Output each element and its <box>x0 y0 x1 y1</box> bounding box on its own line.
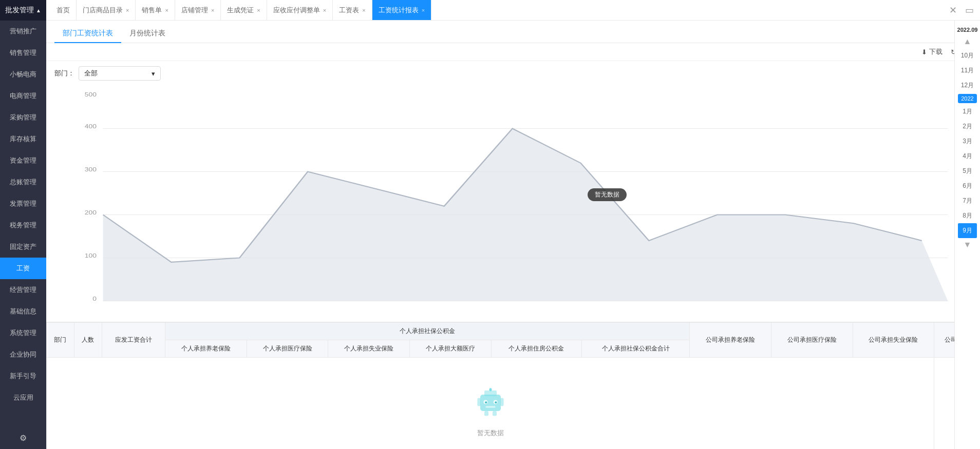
col-personal-total: 个人承担社保公积金合计 <box>581 340 690 358</box>
sidebar-item-固定资产[interactable]: 固定资产 <box>0 236 46 258</box>
sidebar-item-基础信息[interactable]: 基础信息 <box>0 301 46 322</box>
tab-close-icon[interactable]: × <box>422 7 425 13</box>
tab-close-icon[interactable]: × <box>211 7 214 13</box>
col-company-unemployment: 公司承担失业保险 <box>853 323 934 358</box>
filter-bar: 部门： 全部 ▾ <box>46 61 980 86</box>
tab-close-icon[interactable]: × <box>165 7 168 13</box>
tab-label: 门店商品目录 <box>83 6 123 15</box>
sidebar-item-库存核算[interactable]: 库存核算 <box>0 128 46 150</box>
sidebar-item-总账管理[interactable]: 总账管理 <box>0 171 46 193</box>
col-personal-unemployment: 个人承担失业保险 <box>328 340 410 358</box>
sidebar-item-发票管理[interactable]: 发票管理 <box>0 193 46 214</box>
empty-state: 暂无数据 <box>50 362 931 449</box>
timeline-item-3月[interactable]: 3月 <box>958 134 976 149</box>
close-window-icon[interactable]: ✕ <box>947 3 959 18</box>
svg-rect-22 <box>484 411 488 416</box>
tab-门店商品目录[interactable]: 门店商品目录× <box>77 0 136 20</box>
sidebar-header[interactable]: 批发管理 ▲ <box>0 0 46 21</box>
col-group-personal: 个人承担社保公积金 <box>165 323 690 340</box>
tab-销售单[interactable]: 销售单× <box>136 0 175 20</box>
tab-close-icon[interactable]: × <box>126 7 129 13</box>
tab-close-icon[interactable]: × <box>257 7 260 13</box>
timeline-item-10月[interactable]: 10月 <box>958 48 976 63</box>
tab-工资表[interactable]: 工资表× <box>333 0 372 20</box>
svg-rect-13 <box>484 391 497 396</box>
col-total-salary: 应发工资合计 <box>102 323 165 358</box>
sidebar-item-营销推广[interactable]: 营销推广 <box>0 21 46 42</box>
svg-point-18 <box>495 401 497 403</box>
sidebar-item-系统管理[interactable]: 系统管理 <box>0 322 46 344</box>
timeline-header: 2022.09 <box>956 25 979 35</box>
svg-point-17 <box>485 401 487 403</box>
timeline-down-arrow[interactable]: ▼ <box>962 238 974 251</box>
download-icon: ⬇ <box>921 48 927 56</box>
sidebar-item-云应用[interactable]: 云应用 <box>0 387 46 408</box>
timeline-item-4月[interactable]: 4月 <box>958 149 976 164</box>
sidebar-item-新手引导[interactable]: 新手引导 <box>0 365 46 387</box>
svg-rect-14 <box>489 388 492 391</box>
restore-window-icon[interactable]: ▭ <box>963 3 976 18</box>
department-select[interactable]: 全部 ▾ <box>79 66 161 81</box>
timeline-item-11月[interactable]: 11月 <box>958 63 976 78</box>
sub-tabs: 部门工资统计表月份统计表 <box>46 21 980 43</box>
tab-bar: 首页门店商品目录×销售单×店铺管理×生成凭证×应收应付调整单×工资表×工资统计报… <box>46 0 980 21</box>
timeline-item-12月[interactable]: 12月 <box>958 78 976 93</box>
table-row: 暂无数据 <box>47 358 980 450</box>
tab-label: 店铺管理 <box>181 6 208 15</box>
sidebar-item-小畅电商[interactable]: 小畅电商 <box>0 64 46 85</box>
subtab-月份统计表[interactable]: 月份统计表 <box>121 25 174 43</box>
main-content: 首页门店商品目录×销售单×店铺管理×生成凭证×应收应付调整单×工资表×工资统计报… <box>46 0 980 449</box>
empty-state-text: 暂无数据 <box>477 428 504 438</box>
download-label: 下载 <box>929 47 943 56</box>
table-container[interactable]: 部门 人数 应发工资合计 个人承担社保公积金 公司承担养老保险 公司承担医疗保险… <box>46 322 980 449</box>
sidebar-settings[interactable]: ⚙ <box>0 427 46 449</box>
svg-text:400: 400 <box>85 123 97 130</box>
col-headcount: 人数 <box>74 323 102 358</box>
tab-生成凭证[interactable]: 生成凭证× <box>221 0 267 20</box>
tab-店铺管理[interactable]: 店铺管理× <box>175 0 221 20</box>
timeline-item-1月[interactable]: 1月 <box>958 104 976 119</box>
tab-label: 工资统计报表 <box>379 6 419 15</box>
page-content: 部门工资统计表月份统计表 ⬇ 下载 ↻ 刷新 部门： 全部 ▾ <box>46 21 980 449</box>
subtab-部门工资统计表[interactable]: 部门工资统计表 <box>54 25 121 43</box>
timeline-item-2月[interactable]: 2月 <box>958 119 976 134</box>
side-timeline: 2022.09 ▲ 10月11月12月20221月2月3月4月5月6月7月8月9… <box>954 21 980 449</box>
tab-close-icon[interactable]: × <box>362 7 365 13</box>
department-select-value: 全部 <box>84 69 98 78</box>
tab-应收应付调整单[interactable]: 应收应付调整单× <box>267 0 333 20</box>
svg-rect-12 <box>480 395 501 411</box>
sidebar-arrow-icon: ▲ <box>36 8 41 13</box>
tab-label: 首页 <box>56 6 70 15</box>
timeline-up-arrow[interactable]: ▲ <box>962 35 974 48</box>
svg-text:0: 0 <box>92 296 97 303</box>
sidebar-title: 批发管理 <box>5 6 34 15</box>
col-department: 部门 <box>47 323 74 358</box>
sidebar: 批发管理 ▲ 营销推广销售管理小畅电商电商管理采购管理库存核算资金管理总账管理发… <box>0 0 46 449</box>
tab-首页[interactable]: 首页 <box>50 0 77 20</box>
sidebar-item-税务管理[interactable]: 税务管理 <box>0 214 46 236</box>
timeline-item-9月[interactable]: 9月 <box>958 223 976 238</box>
timeline-year-2022[interactable]: 2022 <box>958 94 976 103</box>
col-company-pension: 公司承担养老保险 <box>690 323 771 358</box>
sidebar-item-企业协同[interactable]: 企业协同 <box>0 344 46 365</box>
svg-rect-23 <box>493 411 497 416</box>
sidebar-item-资金管理[interactable]: 资金管理 <box>0 150 46 171</box>
tab-label: 应收应付调整单 <box>273 6 320 15</box>
svg-text:500: 500 <box>85 91 97 97</box>
svg-rect-21 <box>500 398 503 406</box>
timeline-item-8月[interactable]: 8月 <box>958 208 976 223</box>
sidebar-item-销售管理[interactable]: 销售管理 <box>0 42 46 64</box>
tab-工资统计报表[interactable]: 工资统计报表× <box>372 0 431 20</box>
timeline-item-5月[interactable]: 5月 <box>958 164 976 179</box>
sidebar-item-采购管理[interactable]: 采购管理 <box>0 107 46 128</box>
col-personal-pension: 个人承担养老保险 <box>165 340 247 358</box>
download-button[interactable]: ⬇ 下载 <box>921 47 943 56</box>
sidebar-item-工资[interactable]: 工资 <box>0 258 46 279</box>
timeline-item-7月[interactable]: 7月 <box>958 193 976 208</box>
tab-close-icon[interactable]: × <box>323 7 326 13</box>
sidebar-item-电商管理[interactable]: 电商管理 <box>0 85 46 107</box>
chevron-down-icon: ▾ <box>152 70 155 77</box>
tab-bar-actions: ✕ ▭ <box>947 3 976 18</box>
sidebar-item-经营管理[interactable]: 经营管理 <box>0 279 46 301</box>
timeline-item-6月[interactable]: 6月 <box>958 179 976 193</box>
